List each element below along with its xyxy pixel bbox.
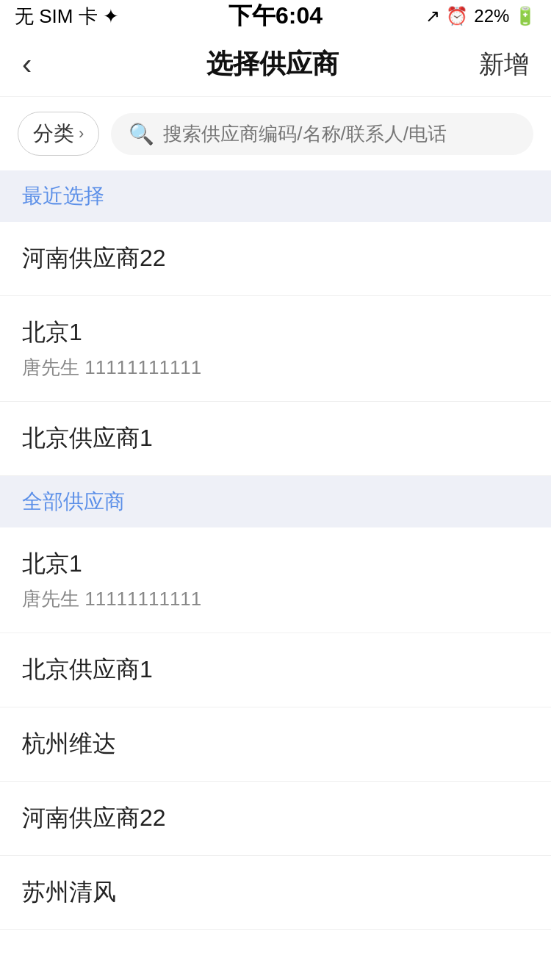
item-name: 北京供应商1 — [22, 654, 529, 686]
list-item[interactable]: 北京1唐先生 11111111111 — [0, 527, 551, 633]
item-name: 杭州维达 — [22, 728, 529, 760]
nav-bar: ‹ 选择供应商 新增 — [0, 32, 551, 97]
list-item[interactable]: 河南供应商22 — [0, 222, 551, 296]
category-label: 分类 — [33, 120, 74, 148]
recent-items-list: 河南供应商22北京1唐先生 11111111111北京供应商1 — [0, 222, 551, 476]
item-name: 苏州清风 — [22, 876, 529, 909]
all-section-header: 全部供应商 — [0, 476, 551, 527]
item-name: 北京1 — [22, 548, 529, 580]
add-button[interactable]: 新增 — [479, 48, 529, 82]
status-bar: 无 SIM 卡 ✦ 下午6:04 ↗ ⏰ 22% 🔋 — [0, 0, 551, 32]
search-box[interactable]: 🔍 — [111, 113, 533, 155]
status-carrier: 无 SIM 卡 ✦ — [15, 4, 119, 29]
item-sub: 唐先生 11111111111 — [22, 586, 529, 612]
search-input[interactable] — [163, 123, 516, 145]
page-title: 选择供应商 — [206, 46, 339, 82]
item-name: 北京供应商1 — [22, 422, 529, 455]
list-item[interactable]: 杭州维达 — [0, 707, 551, 782]
list-item[interactable]: 河南供应商22 — [0, 782, 551, 856]
list-item[interactable]: 北京供应商1 — [0, 633, 551, 707]
item-name: 河南供应商22 — [22, 802, 529, 835]
item-name: 河南供应商22 — [22, 242, 529, 275]
recent-section-label: 最近选择 — [22, 184, 104, 207]
item-name: 北京1 — [22, 317, 529, 349]
category-filter-button[interactable]: 分类 › — [18, 112, 99, 156]
all-section-label: 全部供应商 — [22, 490, 125, 513]
list-item[interactable]: 北京1唐先生 11111111111 — [0, 296, 551, 402]
alarm-icon: ⏰ — [446, 6, 468, 26]
location-icon: ↗ — [425, 6, 440, 26]
chevron-right-icon: › — [79, 124, 84, 143]
back-button[interactable]: ‹ — [22, 48, 66, 81]
all-items-list: 北京1唐先生 11111111111北京供应商1杭州维达河南供应商22苏州清风 — [0, 527, 551, 930]
status-time: 下午6:04 — [228, 0, 323, 32]
battery-indicator: 22% 🔋 — [474, 6, 536, 26]
status-icons: ↗ ⏰ 22% 🔋 — [425, 6, 536, 26]
recent-section-header: 最近选择 — [0, 170, 551, 222]
search-icon: 🔍 — [129, 122, 154, 146]
list-item[interactable]: 苏州清风 — [0, 856, 551, 930]
list-item[interactable]: 北京供应商1 — [0, 402, 551, 476]
filter-bar: 分类 › 🔍 — [0, 97, 551, 170]
item-sub: 唐先生 11111111111 — [22, 355, 529, 381]
